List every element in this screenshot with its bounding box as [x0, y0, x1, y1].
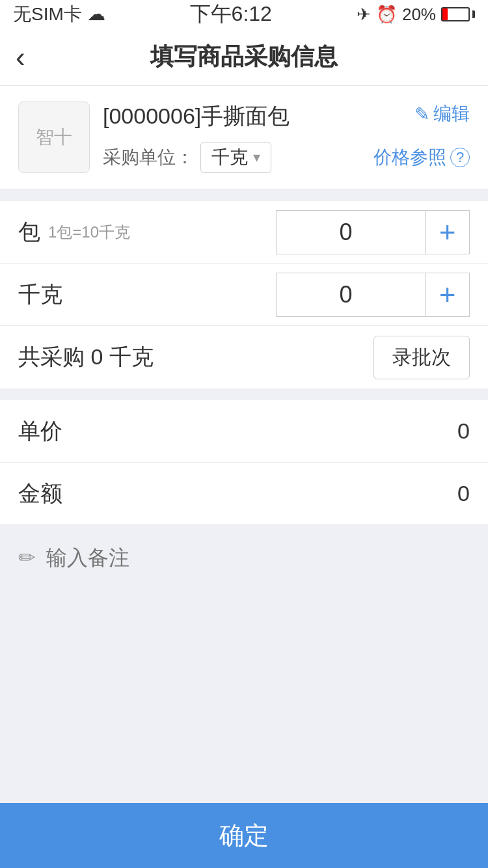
edit-icon: ✎: [414, 103, 429, 125]
bao-input-group: +: [276, 210, 470, 254]
product-card: 智十 [0000006]手撕面包 ✎ 编辑 采购单位： 千克 ▾ 价格参照 ?: [0, 86, 488, 189]
unit-select[interactable]: 千克 ▾: [200, 142, 271, 173]
kg-label: 千克: [18, 280, 62, 310]
product-info: [0000006]手撕面包 ✎ 编辑 采购单位： 千克 ▾ 价格参照 ?: [103, 102, 470, 173]
total-row: 共采购 0 千克 录批次: [0, 326, 488, 388]
alarm-icon: ⏰: [376, 5, 397, 25]
kg-section: 千克 +: [0, 264, 488, 326]
bao-row: 包 1包=10千克 +: [0, 201, 488, 264]
battery-icon: [441, 7, 475, 21]
status-time: 下午6:12: [190, 0, 272, 29]
amount-label: 金额: [18, 479, 457, 509]
remark-section: ✏: [0, 525, 488, 590]
price-ref-button[interactable]: 价格参照 ?: [373, 145, 470, 170]
back-icon: ‹: [16, 41, 25, 74]
edit-button[interactable]: ✎ 编辑: [414, 102, 470, 126]
kg-label-group: 千克: [18, 280, 276, 310]
amount-row: 金额 0: [0, 463, 488, 525]
remark-input[interactable]: [46, 546, 470, 570]
bao-input[interactable]: [276, 210, 426, 254]
batch-button[interactable]: 录批次: [373, 336, 470, 379]
kg-row: 千克 +: [0, 264, 488, 326]
section-divider-2: [0, 388, 488, 400]
location-icon: ✈: [357, 5, 371, 25]
confirm-button[interactable]: 确定: [0, 803, 488, 868]
unit-row: 采购单位： 千克 ▾ 价格参照 ?: [103, 142, 470, 173]
unit-price-value: 0: [457, 418, 470, 444]
back-button[interactable]: ‹: [16, 41, 25, 74]
sim-label: 无SIM卡 ☁: [13, 2, 105, 27]
pencil-icon: ✏: [18, 545, 36, 570]
bao-label: 包: [18, 217, 40, 247]
unit-label: 采购单位：: [103, 145, 194, 170]
edit-label: 编辑: [433, 102, 470, 126]
price-ref-label: 价格参照: [373, 145, 446, 170]
product-image: 智十: [18, 102, 90, 173]
unit-price-row: 单价 0: [0, 400, 488, 463]
confirm-label: 确定: [219, 819, 269, 852]
price-section: 单价 0 金额 0: [0, 400, 488, 525]
total-section: 共采购 0 千克 录批次: [0, 326, 488, 388]
section-divider-1: [0, 189, 488, 201]
status-right: ✈ ⏰ 20%: [357, 5, 475, 25]
page-title: 填写商品采购信息: [150, 41, 338, 73]
product-logo: 智十: [36, 125, 72, 150]
product-name-row: [0000006]手撕面包 ✎ 编辑: [103, 102, 470, 131]
chevron-down-icon: ▾: [253, 149, 260, 166]
status-bar: 无SIM卡 ☁ 下午6:12 ✈ ⏰ 20%: [0, 0, 488, 29]
bottom-spacer: [0, 590, 488, 798]
kg-input-group: +: [276, 273, 470, 317]
kg-input[interactable]: [276, 273, 426, 317]
unit-price-label: 单价: [18, 416, 457, 446]
amount-value: 0: [457, 481, 470, 506]
total-label: 共采购 0 千克: [18, 342, 373, 372]
product-name: [0000006]手撕面包: [103, 102, 290, 131]
bao-label-group: 包 1包=10千克: [18, 217, 276, 247]
bao-section: 包 1包=10千克 +: [0, 201, 488, 264]
status-left: 无SIM卡 ☁: [13, 2, 105, 27]
battery-percent: 20%: [402, 5, 436, 25]
nav-bar: ‹ 填写商品采购信息: [0, 29, 488, 86]
unit-value: 千克: [211, 145, 248, 170]
kg-plus-button[interactable]: +: [426, 273, 470, 317]
bao-plus-button[interactable]: +: [426, 210, 470, 254]
help-icon: ?: [450, 148, 470, 167]
bao-sub-label: 1包=10千克: [48, 222, 130, 243]
